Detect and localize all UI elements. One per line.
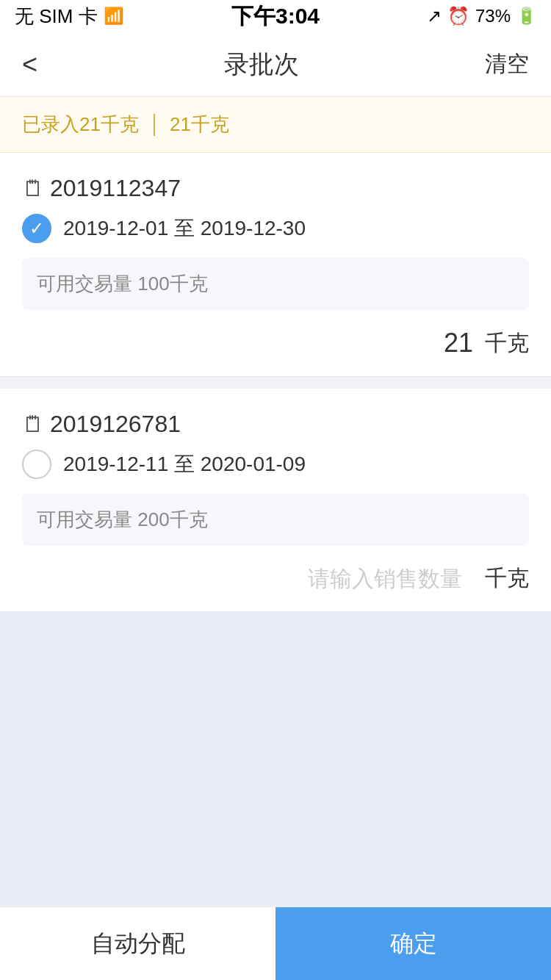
item-header-2: 🗒 2019126781 — [22, 411, 529, 438]
battery-icon: 🔋 — [516, 7, 536, 26]
status-time: 下午3:04 — [231, 1, 320, 32]
quantity-input-2[interactable] — [253, 566, 473, 591]
clear-button[interactable]: 清空 — [485, 49, 529, 79]
wifi-icon: 📶 — [104, 7, 123, 26]
summary-bar: 已录入21千克 21千克 — [0, 97, 551, 153]
confirm-button[interactable]: 确定 — [276, 907, 551, 980]
card-separator-1 — [0, 377, 551, 389]
battery-text: 73% — [475, 6, 511, 26]
auto-distribute-button[interactable]: 自动分配 — [0, 907, 276, 980]
item-quantity-row-1: 21 千克 — [0, 310, 551, 377]
summary-divider — [154, 114, 155, 136]
back-button[interactable]: < — [22, 49, 37, 80]
summary-value: 21千克 — [170, 112, 229, 137]
item-availability-1: 可用交易量 100千克 — [22, 258, 529, 310]
item-card-1: 🗒 2019112347 2019-12-01 至 2019-12-30 可用交… — [0, 153, 551, 377]
item-quantity-value-1: 21 — [444, 328, 473, 359]
item-date-row-1: 2019-12-01 至 2019-12-30 — [22, 214, 529, 243]
item-date-1: 2019-12-01 至 2019-12-30 — [63, 215, 306, 242]
radio-unselected-2[interactable] — [22, 450, 51, 479]
item-id-icon-1: 🗒 — [22, 176, 44, 201]
no-sim-text: 无 SIM 卡 — [15, 4, 98, 29]
bottom-bar: 自动分配 确定 — [0, 907, 551, 980]
summary-label: 已录入21千克 — [22, 112, 139, 137]
item-header-1: 🗒 2019112347 — [22, 175, 529, 202]
item-date-row-2: 2019-12-11 至 2020-01-09 — [22, 450, 529, 479]
item-id-icon-2: 🗒 — [22, 412, 44, 437]
nav-bar: < 录批次 清空 — [0, 32, 551, 97]
item-id-1: 2019112347 — [50, 175, 181, 202]
item-card-2: 🗒 2019126781 2019-12-11 至 2020-01-09 可用交… — [0, 389, 551, 612]
status-bar: 无 SIM 卡 📶 下午3:04 ↗ ⏰ 73% 🔋 — [0, 0, 551, 32]
item-input-row-2: 千克 — [0, 546, 551, 612]
status-left: 无 SIM 卡 📶 — [15, 4, 123, 29]
item-input-unit-2: 千克 — [485, 563, 529, 594]
item-date-2: 2019-12-11 至 2020-01-09 — [63, 450, 306, 478]
item-id-2: 2019126781 — [50, 411, 181, 438]
radio-selected-1[interactable] — [22, 214, 51, 243]
item-availability-2: 可用交易量 200千克 — [22, 494, 529, 546]
gps-icon: ↗ — [427, 6, 442, 26]
item-quantity-unit-1: 千克 — [485, 328, 529, 359]
status-right: ↗ ⏰ 73% 🔋 — [427, 6, 536, 26]
page-title: 录批次 — [224, 48, 299, 82]
empty-area — [0, 612, 551, 906]
main-content: 🗒 2019112347 2019-12-01 至 2019-12-30 可用交… — [0, 153, 551, 979]
alarm-icon: ⏰ — [447, 6, 469, 26]
